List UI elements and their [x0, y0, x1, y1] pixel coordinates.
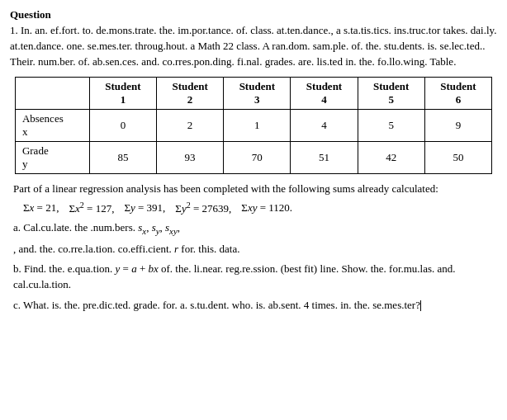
part-a: a. Cal.cu.late. the .num.bers. sx, sy, s…: [13, 220, 494, 238]
part-a-cont: , and. the. co.rre.la.tion. co.effi.cien…: [13, 242, 494, 257]
question-label: Question: [10, 8, 497, 21]
regression-intro: Part of a linear regression analysis has…: [13, 181, 494, 197]
sum-x: Σx = 21,: [23, 201, 59, 215]
and-text: and: [438, 262, 453, 275]
grade-val2: 93: [157, 141, 224, 173]
part-a-label: a. Cal.cu.late. the .num.bers. sx, sy, s…: [13, 221, 180, 234]
sum-xy: Σxy = 1120.: [241, 201, 292, 215]
grade-val3: 70: [224, 141, 291, 173]
part-b: b. Find. the. e.qua.tion. y = a + bx of.…: [13, 262, 494, 293]
sum-y2: Σy2 = 27639,: [175, 201, 231, 215]
sums-block: Σx = 21, Σx2 = 127, Σy = 391, Σy2 = 2763…: [23, 201, 484, 215]
part-c: c. What. is. the. pre.dic.ted. grade. fo…: [13, 298, 494, 314]
absence-val1: 0: [89, 109, 156, 141]
sum-x2: Σx2 = 127,: [69, 201, 114, 215]
absence-val4: 4: [291, 109, 358, 141]
absence-val6: 9: [424, 109, 491, 141]
table-header-student5: Student5: [358, 77, 424, 109]
absence-val2: 2: [157, 109, 224, 141]
part-c-label: c.: [13, 299, 21, 311]
table-header-student4: Student4: [291, 77, 358, 109]
absence-val5: 5: [358, 109, 424, 141]
question-text: 1. In. an. ef.fort. to. de.mons.trate. t…: [10, 23, 497, 70]
table-header-empty: [15, 77, 89, 109]
data-table: Student1 Student2 Student3 Student4 Stud…: [15, 77, 492, 174]
sum-y: Σy = 391,: [124, 201, 165, 215]
part-b-label: b.: [13, 262, 21, 275]
grade-val4: 51: [291, 141, 358, 173]
absences-label: Absencesx: [15, 109, 89, 141]
absences-row: Absencesx 0 2 1 4 5 9: [15, 109, 491, 141]
question-number: 1.: [10, 24, 18, 36]
table-header-student2: Student2: [157, 77, 224, 109]
text-cursor: [420, 300, 421, 311]
absence-val3: 1: [224, 109, 291, 141]
question-intro: In. an. ef.fort. to. de.mons.trate. the.…: [10, 24, 496, 68]
grade-val6: 50: [424, 141, 491, 173]
table-header-student6: Student6: [424, 77, 491, 109]
table-header-row: Student1 Student2 Student3 Student4 Stud…: [15, 77, 491, 109]
grade-val1: 85: [89, 141, 156, 173]
grade-val5: 42: [358, 141, 424, 173]
grade-row: Gradey 85 93 70 51 42 50: [15, 141, 491, 173]
grade-label: Gradey: [15, 141, 89, 173]
table-header-student3: Student3: [224, 77, 291, 109]
table-header-student1: Student1: [89, 77, 156, 109]
